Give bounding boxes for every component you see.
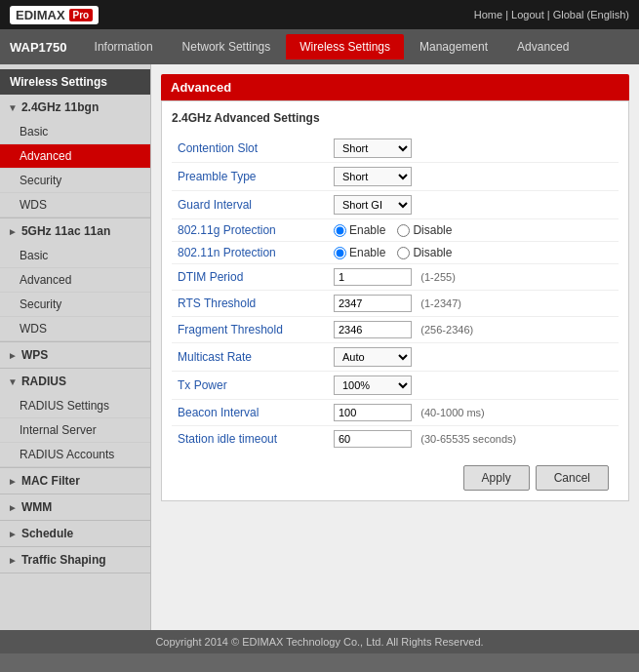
chevron-right-icon-schedule: ► <box>8 529 18 539</box>
11g-disable-text: Disable <box>413 223 452 237</box>
logo-box: EDIMAX Pro <box>10 6 99 24</box>
multicast-select[interactable]: Auto 1 2 5.5 11 <box>334 347 412 367</box>
chevron-down-icon-radius: ▼ <box>8 376 18 387</box>
model-label: WAP1750 <box>10 40 67 55</box>
sidebar-section-label-5ghz: 5GHz 11ac 11an <box>21 224 110 238</box>
sidebar-item-basic-5ghz[interactable]: Basic <box>0 244 150 268</box>
tab-network-settings[interactable]: Network Settings <box>169 34 285 59</box>
sidebar-section-header-5ghz[interactable]: ► 5GHz 11ac 11an <box>0 218 150 244</box>
row-contention-slot: Contention Slot Short Long <box>172 135 619 163</box>
content-area: Advanced 2.4GHz Advanced Settings Conten… <box>151 64 639 630</box>
tab-advanced[interactable]: Advanced <box>503 34 582 59</box>
sidebar-section-label-2ghz: 2.4GHz 11bgn <box>21 100 99 114</box>
row-dtim: DTIM Period (1-255) <box>172 264 619 291</box>
contention-slot-label: Contention Slot <box>172 135 328 163</box>
11g-enable-label[interactable]: Enable <box>334 223 385 237</box>
11g-enable-radio[interactable] <box>334 224 346 237</box>
11n-enable-label[interactable]: Enable <box>334 246 385 259</box>
sidebar-section-header-schedule[interactable]: ► Schedule <box>0 521 150 546</box>
sidebar-section-2ghz: ▼ 2.4GHz 11bgn Basic Advanced Security W… <box>0 95 150 218</box>
chevron-right-icon-traffic: ► <box>8 555 18 566</box>
sidebar-section-label-radius: RADIUS <box>21 375 66 388</box>
station-idle-input[interactable] <box>334 430 412 448</box>
page-title: Advanced <box>161 74 629 100</box>
tab-wireless-settings[interactable]: Wireless Settings <box>286 34 404 59</box>
footer: Copyright 2014 © EDIMAX Technology Co., … <box>0 630 639 653</box>
copyright-text: Copyright 2014 © EDIMAX Technology Co., … <box>155 636 483 648</box>
logo-area: EDIMAX Pro <box>10 6 99 24</box>
chevron-right-icon-wps: ► <box>8 350 18 361</box>
11n-protection-label: 802.11n Protection <box>172 242 328 264</box>
sidebar-item-wds-2ghz[interactable]: WDS <box>0 193 150 217</box>
row-tx-power: Tx Power 100% 75% 50% 25% <box>172 372 619 400</box>
tx-power-select[interactable]: 100% 75% 50% 25% <box>334 376 412 395</box>
sidebar-section-radius: ▼ RADIUS RADIUS Settings Internal Server… <box>0 369 150 468</box>
beacon-input[interactable] <box>334 404 412 421</box>
sidebar-item-radius-accounts[interactable]: RADIUS Accounts <box>0 443 150 467</box>
logo-edimax: EDIMAX <box>16 8 65 22</box>
preamble-type-label: Preamble Type <box>172 163 328 191</box>
chevron-right-icon-wmm: ► <box>8 502 18 513</box>
11n-disable-radio[interactable] <box>397 247 410 259</box>
cancel-button[interactable]: Cancel <box>536 465 609 491</box>
guard-interval-select[interactable]: Short GI Long GI <box>334 195 412 215</box>
frag-input[interactable] <box>334 321 412 338</box>
dtim-label: DTIM Period <box>172 264 328 291</box>
beacon-hint: (40-1000 ms) <box>420 407 484 418</box>
sidebar-section-wps: ► WPS <box>0 342 150 369</box>
sidebar-section-header-mac[interactable]: ► MAC Filter <box>0 468 150 494</box>
top-bar: EDIMAX Pro Home | Logout | Global (Engli… <box>0 0 639 29</box>
row-multicast: Multicast Rate Auto 1 2 5.5 11 <box>172 343 619 372</box>
11n-enable-text: Enable <box>349 246 385 259</box>
sidebar-item-security-2ghz[interactable]: Security <box>0 169 150 193</box>
rts-label: RTS Threshold <box>172 291 328 317</box>
station-idle-label: Station idle timeout <box>172 426 328 453</box>
sidebar-item-advanced-5ghz[interactable]: Advanced <box>0 268 150 293</box>
sidebar-section-mac: ► MAC Filter <box>0 468 150 494</box>
11g-disable-radio[interactable] <box>397 224 410 237</box>
11g-disable-label[interactable]: Disable <box>397 223 452 237</box>
chevron-down-icon: ▼ <box>8 102 18 113</box>
row-beacon: Beacon Interval (40-1000 ms) <box>172 400 619 426</box>
sidebar-section-header-radius[interactable]: ▼ RADIUS <box>0 369 150 394</box>
settings-table: Contention Slot Short Long Preamble Type <box>172 135 619 452</box>
nav-tabs: Information Network Settings Wireless Se… <box>81 34 583 59</box>
sidebar-section-label-wmm: WMM <box>21 500 52 514</box>
tab-management[interactable]: Management <box>406 34 501 59</box>
contention-slot-select[interactable]: Short Long <box>334 138 412 158</box>
sidebar-item-basic-2ghz[interactable]: Basic <box>0 120 150 144</box>
11n-disable-text: Disable <box>413 246 452 259</box>
sidebar-section-header-wmm[interactable]: ► WMM <box>0 494 150 520</box>
preamble-type-select[interactable]: Short Long <box>334 167 412 186</box>
sidebar-section-label-wps: WPS <box>21 348 48 362</box>
11n-enable-radio[interactable] <box>334 247 346 259</box>
apply-button[interactable]: Apply <box>463 465 530 491</box>
chevron-right-icon-mac: ► <box>8 476 18 487</box>
dtim-input[interactable] <box>334 268 412 286</box>
sidebar-item-internal-server[interactable]: Internal Server <box>0 418 150 443</box>
sidebar-section-header-wps[interactable]: ► WPS <box>0 342 150 368</box>
rts-input[interactable] <box>334 295 412 312</box>
dtim-hint: (1-255) <box>420 271 455 283</box>
11g-protection-radio-group: Enable Disable <box>334 223 613 237</box>
11n-disable-label[interactable]: Disable <box>397 246 452 259</box>
sidebar: Wireless Settings ▼ 2.4GHz 11bgn Basic A… <box>0 64 151 630</box>
top-links[interactable]: Home | Logout | Global (English) <box>474 9 629 20</box>
sidebar-item-security-5ghz[interactable]: Security <box>0 293 150 317</box>
tab-information[interactable]: Information <box>81 34 167 59</box>
frag-hint: (256-2346) <box>420 324 473 336</box>
sidebar-item-radius-settings[interactable]: RADIUS Settings <box>0 394 150 418</box>
sidebar-section-header-2ghz[interactable]: ▼ 2.4GHz 11bgn <box>0 95 150 120</box>
guard-interval-label: Guard Interval <box>172 191 328 219</box>
sidebar-item-wds-5ghz[interactable]: WDS <box>0 317 150 341</box>
sidebar-section-header-traffic[interactable]: ► Traffic Shaping <box>0 547 150 573</box>
beacon-label: Beacon Interval <box>172 400 328 426</box>
station-idle-hint: (30-65535 seconds) <box>420 433 516 445</box>
multicast-label: Multicast Rate <box>172 343 328 372</box>
sidebar-item-advanced-2ghz[interactable]: Advanced <box>0 144 150 169</box>
row-station-idle: Station idle timeout (30-65535 seconds) <box>172 426 619 453</box>
row-preamble-type: Preamble Type Short Long <box>172 163 619 191</box>
frag-label: Fragment Threshold <box>172 317 328 343</box>
row-11n-protection: 802.11n Protection Enable Disable <box>172 242 619 264</box>
sidebar-section-label-mac: MAC Filter <box>21 474 80 488</box>
